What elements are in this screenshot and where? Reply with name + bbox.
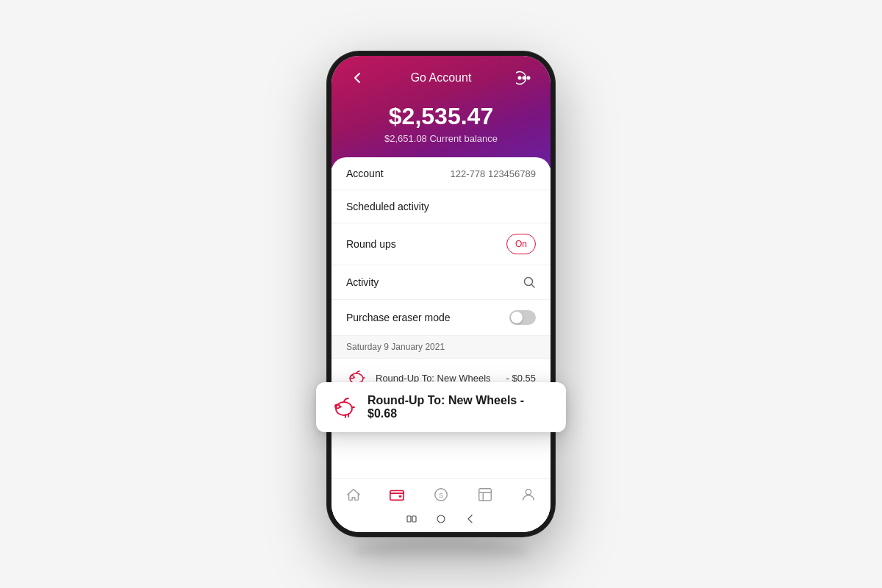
scheduled-activity-label: Scheduled activity <box>346 201 429 212</box>
search-icon[interactable] <box>523 276 536 289</box>
header-section: Go Account $2,535.47 $2,651.08 Current b… <box>331 56 551 168</box>
balance-main: $2,535.47 <box>346 103 536 130</box>
svg-point-19 <box>526 490 531 495</box>
date-label: Saturday 9 January 2021 <box>346 342 445 352</box>
account-label: Account <box>346 168 384 179</box>
tooltip-popup: Round-Up To: New Wheels - $0.68 <box>316 382 566 432</box>
android-nav <box>331 509 551 532</box>
purchase-eraser-row[interactable]: Purchase eraser mode <box>331 300 551 336</box>
svg-point-4 <box>525 278 533 286</box>
round-ups-label: Round ups <box>346 238 396 250</box>
svg-point-2 <box>528 77 530 79</box>
svg-point-7 <box>351 376 354 379</box>
nav-store[interactable] <box>477 487 493 503</box>
content-area: Account 122-778 123456789 Scheduled acti… <box>331 157 551 532</box>
round-ups-row[interactable]: Round ups On <box>331 223 551 265</box>
svg-rect-12 <box>390 491 404 501</box>
activity-label: Activity <box>346 276 379 288</box>
svg-point-0 <box>519 77 521 79</box>
svg-rect-21 <box>412 516 416 522</box>
account-number: 122-778 123456789 <box>451 168 536 179</box>
account-row[interactable]: Account 122-778 123456789 <box>331 157 551 190</box>
purchase-eraser-toggle[interactable] <box>509 310 536 325</box>
phone-screen: Go Account $2,535.47 $2,651.08 Current b… <box>331 56 551 532</box>
svg-rect-13 <box>399 495 402 498</box>
back-button[interactable] <box>346 66 370 90</box>
scheduled-activity-row[interactable]: Scheduled activity <box>331 190 551 223</box>
scene: Go Account $2,535.47 $2,651.08 Current b… <box>327 51 555 537</box>
phone-frame: Go Account $2,535.47 $2,651.08 Current b… <box>327 51 555 537</box>
svg-rect-22 <box>437 515 445 523</box>
android-back[interactable] <box>465 513 476 525</box>
activity-row[interactable]: Activity <box>331 265 551 300</box>
round-ups-toggle[interactable]: On <box>506 234 536 254</box>
android-home[interactable] <box>435 513 447 525</box>
tooltip-pig-icon <box>331 394 357 420</box>
date-row: Saturday 9 January 2021 <box>331 336 551 359</box>
nav-home[interactable] <box>345 487 362 503</box>
svg-point-1 <box>523 77 526 79</box>
svg-point-25 <box>340 406 341 407</box>
balance-section: $2,535.47 $2,651.08 Current balance <box>346 103 536 144</box>
svg-point-24 <box>335 405 340 409</box>
phone-reflection <box>353 541 529 563</box>
svg-rect-16 <box>478 489 491 501</box>
bottom-nav: S <box>331 478 551 509</box>
round-ups-status: On <box>515 239 527 249</box>
more-button[interactable] <box>512 66 536 90</box>
balance-sub: $2,651.08 Current balance <box>346 133 536 144</box>
svg-text:S: S <box>439 492 443 499</box>
svg-rect-20 <box>407 516 411 522</box>
nav-bar: Go Account <box>346 66 536 90</box>
nav-wallet[interactable] <box>389 487 405 503</box>
page-title: Go Account <box>411 71 472 85</box>
nav-savings[interactable]: S <box>433 487 449 503</box>
nav-profile[interactable] <box>520 487 537 503</box>
svg-line-5 <box>532 285 535 288</box>
purchase-eraser-label: Purchase eraser mode <box>346 312 451 323</box>
svg-point-8 <box>354 377 355 379</box>
android-recent[interactable] <box>406 513 417 525</box>
tooltip-text: Round-Up To: New Wheels - $0.68 <box>368 394 551 420</box>
